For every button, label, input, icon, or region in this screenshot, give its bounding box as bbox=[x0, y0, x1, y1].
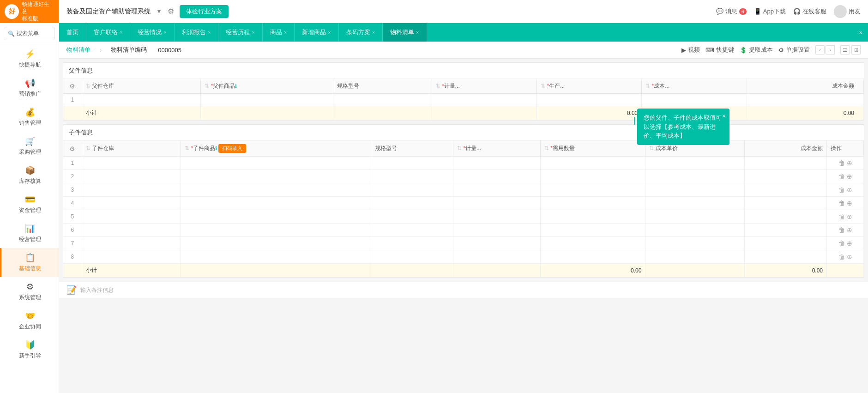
doc-settings-button[interactable]: ⚙ 单据设置 bbox=[778, 46, 810, 54]
delete-icon[interactable]: 🗑 bbox=[838, 186, 845, 193]
child-warehouse-cell[interactable] bbox=[82, 250, 181, 264]
parent-production-cell[interactable] bbox=[537, 94, 642, 106]
sidebar-item-cooperation[interactable]: 🤝 企业协同 bbox=[0, 306, 59, 335]
parent-goods-cell[interactable] bbox=[201, 94, 333, 106]
child-goods-cell[interactable] bbox=[181, 237, 371, 250]
sidebar-item-purchase[interactable]: 🛒 采购管理 bbox=[0, 132, 59, 161]
child-spec-cell[interactable] bbox=[371, 250, 453, 264]
child-spec-cell[interactable] bbox=[371, 237, 453, 250]
settings-icon[interactable]: ⚙ bbox=[168, 7, 174, 16]
child-goods-cell[interactable] bbox=[181, 183, 371, 197]
tab-close-history[interactable]: × bbox=[252, 30, 254, 35]
tab-new-goods[interactable]: 新增商品 × bbox=[295, 23, 338, 42]
system-dropdown-icon[interactable]: ▼ bbox=[156, 8, 162, 15]
tab-barcode[interactable]: 条码方案 × bbox=[339, 23, 383, 42]
child-qty-cell[interactable] bbox=[540, 250, 645, 264]
sidebar-item-basic-info[interactable]: 📋 基础信息 bbox=[0, 248, 59, 277]
sidebar-item-inventory[interactable]: 📦 库存核算 bbox=[0, 161, 59, 190]
child-warehouse-cell[interactable] bbox=[82, 237, 181, 250]
online-service-button[interactable]: 🎧 在线客服 bbox=[793, 7, 826, 16]
child-spec-cell[interactable] bbox=[371, 170, 453, 183]
tooltip-close-button[interactable]: × bbox=[722, 111, 726, 121]
tab-close-new-goods[interactable]: × bbox=[328, 30, 331, 35]
sidebar-item-system[interactable]: ⚙ 系统管理 bbox=[0, 277, 59, 306]
app-download-button[interactable]: 📱 App下载 bbox=[754, 7, 786, 16]
child-goods-cell[interactable] bbox=[181, 250, 371, 264]
child-goods-cell[interactable] bbox=[181, 157, 371, 170]
tab-close-customers[interactable]: × bbox=[120, 30, 122, 35]
child-unit-cell[interactable] bbox=[453, 210, 540, 224]
extract-cost-button[interactable]: 💲 提取成本 bbox=[740, 46, 773, 54]
tab-close-goods[interactable]: × bbox=[284, 30, 287, 35]
child-unit-cost-cell[interactable] bbox=[645, 237, 745, 250]
tab-customers[interactable]: 客户联络 × bbox=[86, 23, 130, 42]
child-warehouse-cell[interactable] bbox=[82, 183, 181, 197]
child-spec-cell[interactable] bbox=[371, 224, 453, 237]
sidebar-item-guide[interactable]: 🔰 新手引导 bbox=[0, 335, 59, 364]
child-spec-cell[interactable] bbox=[371, 210, 453, 224]
delete-icon[interactable]: 🗑 bbox=[838, 159, 845, 167]
prev-arrow[interactable]: ‹ bbox=[815, 45, 825, 54]
child-qty-cell[interactable] bbox=[540, 197, 645, 210]
note-hint[interactable]: 输入备注信息 bbox=[80, 286, 114, 294]
copy-icon[interactable]: ⊕ bbox=[847, 159, 852, 167]
view-video-button[interactable]: ▶ 视频 bbox=[681, 46, 700, 54]
parent-cost-cell[interactable] bbox=[642, 94, 747, 106]
child-unit-cell[interactable] bbox=[453, 237, 540, 250]
child-warehouse-cell[interactable] bbox=[82, 197, 181, 210]
delete-icon[interactable]: 🗑 bbox=[838, 226, 845, 234]
copy-icon[interactable]: ⊕ bbox=[847, 200, 852, 207]
copy-icon[interactable]: ⊕ bbox=[847, 186, 852, 193]
tab-close-bom[interactable]: × bbox=[416, 30, 419, 35]
child-warehouse-cell[interactable] bbox=[82, 210, 181, 224]
parent-col-settings[interactable]: ⚙ bbox=[63, 79, 82, 94]
search-menu-button[interactable]: 🔍 搜索菜单 bbox=[4, 27, 55, 40]
user-menu[interactable]: 用友 bbox=[834, 5, 861, 18]
grid-view-button[interactable]: ⊞ bbox=[851, 45, 861, 54]
child-qty-cell[interactable] bbox=[540, 237, 645, 250]
child-goods-cell[interactable] bbox=[181, 210, 371, 224]
copy-icon[interactable]: ⊕ bbox=[847, 240, 852, 247]
tab-history[interactable]: 经营历程 × bbox=[218, 23, 262, 42]
sidebar-item-marketing[interactable]: 📢 营销推广 bbox=[0, 73, 59, 103]
delete-icon[interactable]: 🗑 bbox=[838, 173, 845, 180]
copy-icon[interactable]: ⊕ bbox=[847, 173, 852, 180]
child-unit-cell[interactable] bbox=[453, 157, 540, 170]
trial-button[interactable]: 体验行业方案 bbox=[180, 5, 229, 18]
child-qty-cell[interactable] bbox=[540, 210, 645, 224]
copy-icon[interactable]: ⊕ bbox=[847, 226, 852, 234]
child-unit-cost-cell[interactable] bbox=[645, 197, 745, 210]
tab-profit[interactable]: 利润报告 × bbox=[175, 23, 218, 42]
sidebar-item-sales[interactable]: 💰 销售管理 bbox=[0, 103, 59, 132]
messages-button[interactable]: 💬 消息 6 bbox=[716, 7, 747, 16]
child-qty-cell[interactable] bbox=[540, 224, 645, 237]
scan-input-button[interactable]: 扫码录入 bbox=[218, 144, 246, 153]
child-spec-cell[interactable] bbox=[371, 197, 453, 210]
parent-unit-cell[interactable] bbox=[432, 94, 536, 106]
list-view-button[interactable]: ☰ bbox=[840, 45, 850, 54]
tab-goods[interactable]: 商品 × bbox=[263, 23, 295, 42]
breadcrumb-parent[interactable]: 物料清单 bbox=[66, 46, 90, 54]
child-unit-cost-cell[interactable] bbox=[645, 170, 745, 183]
child-goods-cell[interactable] bbox=[181, 197, 371, 210]
child-unit-cost-cell[interactable] bbox=[645, 157, 745, 170]
tab-close-operations[interactable]: × bbox=[163, 30, 166, 35]
tab-operations[interactable]: 经营情况 × bbox=[130, 23, 174, 42]
child-unit-cost-cell[interactable] bbox=[645, 250, 745, 264]
tab-close-barcode[interactable]: × bbox=[372, 30, 375, 35]
child-unit-cell[interactable] bbox=[453, 197, 540, 210]
tab-close-profit[interactable]: × bbox=[208, 30, 211, 35]
child-unit-cell[interactable] bbox=[453, 170, 540, 183]
sidebar-item-operations[interactable]: 📊 经营管理 bbox=[0, 219, 59, 248]
child-goods-cell[interactable] bbox=[181, 224, 371, 237]
child-qty-cell[interactable] bbox=[540, 157, 645, 170]
tab-home[interactable]: 首页 bbox=[59, 23, 86, 42]
child-unit-cell[interactable] bbox=[453, 224, 540, 237]
next-arrow[interactable]: › bbox=[826, 45, 835, 54]
child-spec-cell[interactable] bbox=[371, 183, 453, 197]
shortcut-button[interactable]: ⌨ 快捷键 bbox=[705, 46, 734, 54]
parent-warehouse-cell[interactable] bbox=[82, 94, 201, 106]
child-qty-cell[interactable] bbox=[540, 170, 645, 183]
child-unit-cell[interactable] bbox=[453, 183, 540, 197]
nav-close-all-button[interactable]: × bbox=[853, 29, 868, 36]
